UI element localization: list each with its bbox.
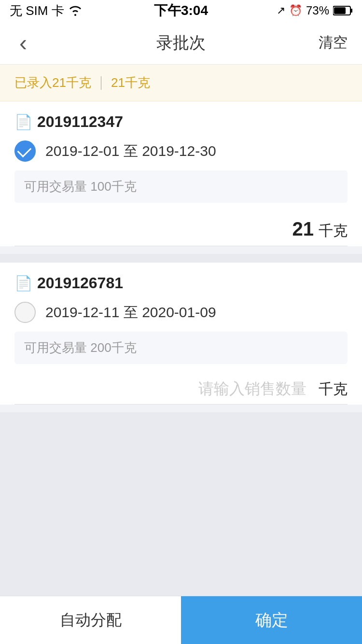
recorded-amount: 已录入21千克 xyxy=(14,74,91,91)
auto-distribute-button[interactable]: 自动分配 xyxy=(0,596,181,644)
alarm-icon: ⏰ xyxy=(289,4,302,17)
batch-date-2: 2019-12-11 至 2020-01-09 xyxy=(45,303,216,322)
status-time: 下午3:04 xyxy=(154,1,208,20)
battery-text: 73% xyxy=(306,4,329,17)
batch-avail-text-1: 可用交易量 100千克 xyxy=(24,179,137,194)
banner-divider xyxy=(101,76,101,90)
amount-value-1: 21 xyxy=(292,218,314,240)
status-indicators: ↗ ⏰ 73% xyxy=(277,4,352,17)
total-amount: 21千克 xyxy=(111,74,150,91)
batch-card-2: 📄 2019126781 2019-12-11 至 2020-01-09 可用交… xyxy=(0,263,362,405)
batch-date-1: 2019-12-01 至 2019-12-30 xyxy=(45,141,216,161)
amount-unit-2: 千克 xyxy=(319,379,348,399)
bottom-bar: 自动分配 确定 xyxy=(0,596,362,644)
svg-rect-1 xyxy=(350,9,352,13)
batch-icon-1: 📄 xyxy=(14,113,32,130)
status-carrier: 无 SIM 卡 xyxy=(10,2,83,19)
page-title: 录批次 xyxy=(156,32,206,54)
wifi-icon xyxy=(68,5,83,16)
batch-card-1: 📄 2019112347 2019-12-01 至 2019-12-30 可用交… xyxy=(0,101,362,246)
auto-distribute-label: 自动分配 xyxy=(60,610,122,631)
divider-2 xyxy=(14,404,348,405)
confirm-label: 确定 xyxy=(255,609,288,631)
batch-row-1[interactable]: 2019-12-01 至 2019-12-30 xyxy=(0,136,362,167)
confirm-button[interactable]: 确定 xyxy=(181,596,362,644)
content-area: 📄 2019112347 2019-12-01 至 2019-12-30 可用交… xyxy=(0,101,362,644)
batch-icon-2: 📄 xyxy=(14,275,32,292)
svg-rect-2 xyxy=(334,7,346,14)
info-banner: 已录入21千克 21千克 xyxy=(0,65,362,101)
batch-header-2: 📄 2019126781 xyxy=(0,263,362,297)
divider-1 xyxy=(14,246,348,246)
radio-button-1[interactable] xyxy=(14,140,36,162)
amount-unit-1: 千克 xyxy=(319,221,348,241)
amount-input-2[interactable] xyxy=(120,380,314,398)
clear-button[interactable]: 清空 xyxy=(319,33,348,53)
battery-icon xyxy=(333,5,352,16)
amount-row-1: 21 千克 xyxy=(0,210,362,246)
batch-id-2: 2019126781 xyxy=(37,274,123,292)
radio-button-2[interactable] xyxy=(14,302,36,323)
card-separator-1 xyxy=(0,254,362,263)
batch-avail-text-2: 可用交易量 200千克 xyxy=(24,340,137,355)
batch-id-1: 2019112347 xyxy=(37,113,123,131)
batch-avail-2: 可用交易量 200千克 xyxy=(14,332,348,364)
batch-row-2[interactable]: 2019-12-11 至 2020-01-09 xyxy=(0,297,362,328)
location-icon: ↗ xyxy=(277,4,285,17)
amount-input-container-2[interactable]: 千克 xyxy=(0,372,362,404)
status-bar: 无 SIM 卡 下午3:04 ↗ ⏰ 73% xyxy=(0,0,362,21)
back-button[interactable]: ‹ xyxy=(14,25,32,61)
nav-bar: ‹ 录批次 清空 xyxy=(0,21,362,65)
batch-header-1: 📄 2019112347 xyxy=(0,101,362,136)
batch-avail-1: 可用交易量 100千克 xyxy=(14,170,348,203)
carrier-text: 无 SIM 卡 xyxy=(10,2,64,19)
